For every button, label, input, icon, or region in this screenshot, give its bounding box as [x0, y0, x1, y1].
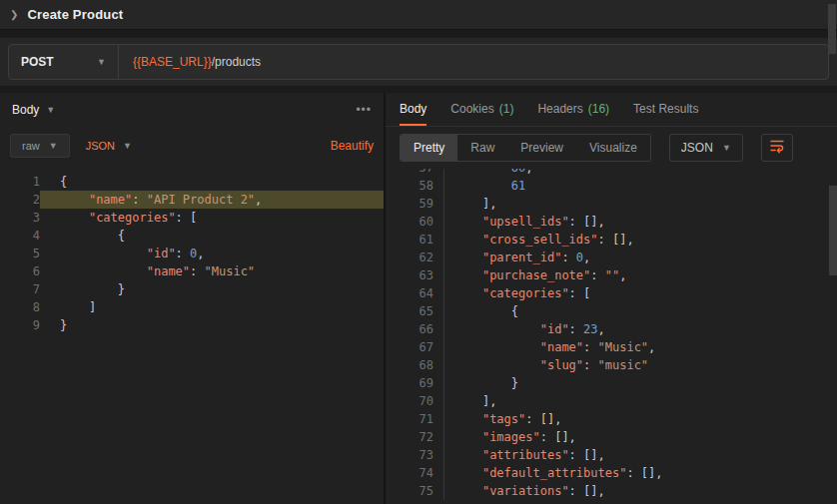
line-content: "id": 23,	[443, 320, 837, 338]
response-view-toolbar: Pretty Raw Preview Visualize JSON ▼	[386, 127, 837, 169]
tab-test-results[interactable]: Test Results	[633, 93, 698, 126]
line-content: "slug": "music"	[443, 356, 837, 374]
line-content: "parent_id": 0,	[443, 249, 837, 266]
line-number: 3	[0, 209, 40, 227]
line-content: "cross_sell_ids": [],	[443, 231, 837, 249]
tab-headers[interactable]: Headers (16)	[537, 93, 609, 126]
line-content: "attributes": [],	[443, 446, 837, 464]
request-bar: POST ▼ {{BASE_URL}}/products	[0, 38, 837, 86]
line-number: 70	[386, 392, 433, 410]
view-label: Preview	[520, 141, 563, 155]
collapse-chevron-icon[interactable]: ❯	[10, 9, 18, 20]
tab-body[interactable]: Body	[400, 93, 426, 126]
view-label: Pretty	[414, 141, 444, 155]
body-type-label: raw	[22, 140, 40, 152]
line-content: }	[40, 316, 384, 334]
line-number: 7	[0, 280, 40, 298]
line-content: "images": [],	[443, 428, 837, 446]
url-variable: {{BASE_URL}}	[133, 55, 212, 69]
line-number: 71	[386, 410, 433, 428]
line-content: "default_attributes": [],	[443, 464, 837, 482]
method-select[interactable]: POST ▼	[9, 45, 119, 79]
code-line: 61 "cross_sell_ids": [],	[386, 231, 837, 249]
line-content: "name": "Music",	[443, 338, 837, 356]
code-line: 5 "id": 0,	[0, 245, 384, 262]
wrap-text-button[interactable]	[761, 134, 793, 162]
view-raw-button[interactable]: Raw	[457, 135, 507, 161]
line-content: "variations": [],	[443, 482, 837, 500]
code-line: 68 "slug": "music"	[386, 356, 837, 374]
tab-count-badge: (16)	[588, 102, 609, 116]
workspace-panels: Body ▼ ••• raw ▼ JSON ▼ Beautify 1{2 "na…	[0, 93, 837, 504]
line-number: 2	[0, 191, 40, 209]
line-number: 5	[0, 245, 40, 262]
line-content: ],	[443, 392, 837, 410]
view-mode-segmented-control: Pretty Raw Preview Visualize	[400, 134, 651, 162]
request-section-row: Body ▼ •••	[0, 93, 384, 127]
code-line: 66 "id": 23,	[386, 320, 837, 338]
code-line: 57 60,	[386, 169, 837, 177]
code-line: 70 ],	[386, 392, 837, 410]
code-line: 1{	[0, 173, 384, 191]
line-number: 6	[0, 262, 40, 280]
body-section-label: Body	[12, 103, 39, 117]
more-options-button[interactable]: •••	[356, 103, 372, 117]
line-number: 74	[386, 464, 433, 482]
code-line: 75 "variations": [],	[386, 482, 837, 500]
beautify-button[interactable]: Beautify	[331, 139, 374, 153]
code-line: 67 "name": "Music",	[386, 338, 837, 356]
code-line: 9}	[0, 316, 384, 334]
body-type-dropdown[interactable]: raw ▼	[10, 134, 70, 158]
line-number: 68	[386, 356, 433, 374]
language-dropdown[interactable]: JSON ▼	[86, 140, 132, 152]
view-visualize-button[interactable]: Visualize	[576, 135, 650, 161]
code-line: 4 {	[0, 227, 384, 245]
response-scrollbar[interactable]	[829, 186, 837, 275]
line-number: 75	[386, 482, 433, 500]
code-line: 62 "parent_id": 0,	[386, 249, 837, 266]
response-language-dropdown[interactable]: JSON ▼	[669, 134, 743, 162]
request-url-control: POST ▼ {{BASE_URL}}/products	[8, 44, 829, 80]
chevron-down-icon: ▼	[46, 105, 55, 115]
line-number: 8	[0, 298, 40, 316]
view-preview-button[interactable]: Preview	[507, 135, 576, 161]
line-number: 73	[386, 446, 433, 464]
code-line: 72 "images": [],	[386, 428, 837, 446]
view-pretty-button[interactable]: Pretty	[401, 135, 457, 161]
tab-label: Body	[400, 102, 426, 116]
response-panel: Body Cookies (1) Headers (16) Test Resul…	[386, 93, 837, 504]
line-content: 60,	[443, 169, 837, 177]
line-number: 57	[386, 169, 433, 177]
app-window: ❯ Create Product POST ▼ {{BASE_URL}}/pro…	[0, 0, 837, 504]
code-line: 63 "purchase_note": "",	[386, 266, 837, 284]
line-content: "name": "Music"	[40, 262, 384, 280]
tab-count-badge: (1)	[499, 102, 514, 116]
tab-cookies[interactable]: Cookies (1)	[450, 93, 513, 126]
url-input[interactable]: {{BASE_URL}}/products	[119, 55, 828, 69]
body-section-dropdown[interactable]: Body ▼	[12, 103, 55, 117]
line-number: 60	[386, 213, 433, 231]
code-line: 65 {	[386, 302, 837, 320]
chevron-down-icon: ▼	[97, 57, 106, 67]
left-editor-scrollbar[interactable]	[828, 4, 836, 54]
line-number: 66	[386, 320, 433, 338]
response-language-label: JSON	[681, 141, 713, 155]
code-line: 59 ],	[386, 195, 837, 213]
response-body-viewer[interactable]: 57 60,58 6159 ],60 "upsell_ids": [],61 "…	[386, 169, 837, 504]
tab-label: Cookies	[450, 102, 493, 116]
page-title: Create Product	[27, 7, 123, 22]
line-content: "categories": [	[443, 284, 837, 302]
tab-label: Headers	[537, 102, 582, 116]
code-line: 7 }	[0, 280, 384, 298]
line-content: {	[443, 302, 837, 320]
line-number: 67	[386, 338, 433, 356]
request-body-editor[interactable]: 1{2 "name": "API Product 2",3 "categorie…	[0, 165, 384, 504]
method-label: POST	[21, 55, 54, 69]
line-content: ]	[40, 298, 384, 316]
line-content: ],	[443, 195, 837, 213]
code-line: 74 "default_attributes": [],	[386, 464, 837, 482]
line-number: 1	[0, 173, 40, 191]
line-number: 61	[386, 231, 433, 249]
language-label: JSON	[86, 140, 115, 152]
code-line: 71 "tags": [],	[386, 410, 837, 428]
